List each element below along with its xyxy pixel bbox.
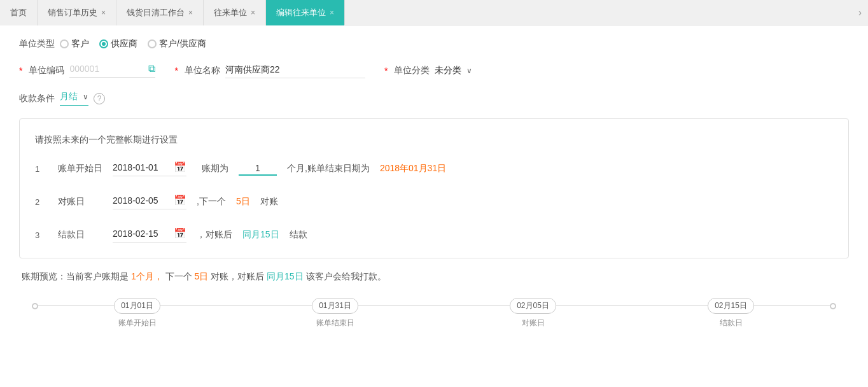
- node-bubble-1: 01月01日: [114, 298, 160, 314]
- step-label-2: 对账日: [58, 196, 102, 208]
- line: [754, 306, 830, 306]
- tl-segment-4: 02月15日 结款日: [632, 298, 830, 328]
- preview-payment-day: 同月15日: [267, 271, 304, 281]
- reconcile-prefix: ,下一个: [197, 196, 226, 208]
- setting-row-2: 2 对账日 📅 ,下一个 5日 对账: [35, 194, 833, 209]
- tab-home[interactable]: 首页: [0, 0, 38, 25]
- radio-group: 客户 供应商 客户/供应商: [60, 38, 206, 50]
- radio-supplier-circle: [99, 39, 108, 48]
- timeline-node-4: 02月15日: [708, 298, 754, 314]
- close-icon[interactable]: ×: [251, 8, 255, 17]
- calendar-icon-3[interactable]: 📅: [174, 227, 186, 239]
- preview-months: 1个月，: [131, 271, 163, 281]
- radio-customer[interactable]: 客户: [60, 38, 89, 50]
- tab-partner-label: 往来单位: [214, 7, 247, 18]
- tl-line-2: 01月31日: [236, 298, 434, 314]
- required-star: *: [19, 66, 22, 76]
- calendar-icon-2[interactable]: 📅: [174, 194, 186, 206]
- tab-home-label: 首页: [10, 7, 27, 18]
- dropdown-arrow-icon: ∨: [83, 92, 88, 101]
- unit-name-group: * 单位名称: [174, 62, 365, 78]
- period-input[interactable]: [239, 162, 277, 176]
- radio-both-label: 客户/供应商: [159, 38, 206, 50]
- payment-suffix: 结款: [290, 229, 307, 241]
- node-label-3: 对账日: [434, 318, 632, 328]
- payment-condition-label: 收款条件: [19, 93, 55, 104]
- required-star2: *: [174, 66, 178, 76]
- unit-category-dropdown[interactable]: 未分类 ∨: [435, 65, 472, 76]
- tab-sales-history-label: 销售订单历史: [48, 7, 97, 18]
- preview-mid2: 对账，对账后: [211, 271, 264, 281]
- line: [632, 306, 708, 306]
- reconcile-suffix: 对账: [260, 196, 278, 208]
- payment-prefix: ，对账后: [197, 229, 232, 241]
- tab-sales-history[interactable]: 销售订单历史 ×: [38, 0, 116, 25]
- tab-edit-partner[interactable]: 编辑往来单位 ×: [266, 0, 345, 25]
- tab-expand-icon[interactable]: ›: [852, 7, 868, 18]
- reconcile-date-group: 📅: [113, 194, 186, 209]
- tl-line-3: 02月05日: [434, 298, 632, 314]
- start-date-input[interactable]: [113, 162, 170, 172]
- unit-code-input[interactable]: [69, 64, 146, 74]
- dot-end: [830, 303, 836, 309]
- help-icon[interactable]: ?: [94, 93, 105, 104]
- unit-category-group: * 单位分类 未分类 ∨: [384, 65, 472, 76]
- required-star3: *: [384, 66, 388, 76]
- unit-type-label: 单位类型: [19, 38, 55, 50]
- unit-details-row: * 单位编码 ⧉ * 单位名称 * 单位分类 未分类 ∨: [19, 62, 849, 78]
- step-label-1: 账单开始日: [58, 163, 102, 174]
- line: [556, 306, 632, 306]
- payment-row: 收款条件 月结 ∨ ?: [19, 91, 849, 106]
- preview-mid1: 下一个: [165, 271, 192, 281]
- copy-icon[interactable]: ⧉: [148, 63, 155, 74]
- timeline-node-1: 01月01日: [114, 298, 160, 314]
- radio-supplier[interactable]: 供应商: [99, 38, 137, 50]
- close-icon[interactable]: ×: [101, 8, 106, 17]
- tl-segment-2: 01月31日 账单结束日: [236, 298, 434, 328]
- timeline-end-dot: [830, 303, 836, 309]
- tab-cash-work-label: 钱货日清工作台: [127, 7, 185, 18]
- payment-condition-dropdown[interactable]: 月结 ∨: [60, 91, 88, 106]
- tab-cash-work[interactable]: 钱货日清工作台 ×: [116, 0, 204, 25]
- unit-code-input-group: ⧉: [69, 63, 155, 78]
- payment-day-highlight: 同月15日: [242, 229, 279, 241]
- node-label-4: 结款日: [632, 318, 830, 328]
- panel-title: 请按照未来的一个完整帐期进行设置: [35, 134, 833, 146]
- calendar-icon-1[interactable]: 📅: [174, 161, 186, 173]
- radio-both[interactable]: 客户/供应商: [148, 38, 206, 50]
- unit-name-input[interactable]: [225, 62, 365, 78]
- line: [434, 306, 510, 306]
- timeline-node-2: 01月31日: [312, 298, 358, 314]
- close-icon[interactable]: ×: [188, 8, 193, 17]
- preview-day: 5日: [194, 271, 208, 281]
- unit-type-row: 单位类型 客户 供应商 客户/供应商: [19, 38, 849, 50]
- period-prefix: 账期为: [202, 163, 228, 174]
- node-label-1: 账单开始日: [38, 318, 236, 328]
- line: [38, 306, 114, 306]
- payment-date-input[interactable]: [113, 229, 170, 239]
- payment-date-group: 📅: [113, 227, 186, 243]
- node-bubble-2: 01月31日: [312, 298, 358, 314]
- settings-panel: 请按照未来的一个完整帐期进行设置 1 账单开始日 📅 账期为 个月,账单结束日期…: [19, 118, 849, 258]
- main-content: 单位类型 客户 供应商 客户/供应商 * 单位编码: [0, 25, 868, 387]
- tl-segment-3: 02月05日 对账日: [434, 298, 632, 328]
- line: [160, 306, 236, 306]
- unit-name-label: 单位名称: [185, 65, 220, 76]
- tl-line-4: 02月15日: [632, 298, 830, 314]
- setting-row-3: 3 结款日 📅 ，对账后 同月15日 结款: [35, 227, 833, 243]
- end-date-highlight: 2018年01月31日: [380, 163, 446, 174]
- preview-prefix: 账期预览：当前客户账期是: [22, 271, 129, 281]
- radio-customer-label: 客户: [71, 38, 89, 50]
- reconcile-date-input[interactable]: [113, 195, 170, 206]
- chevron-down-icon: ∨: [466, 66, 472, 75]
- radio-supplier-label: 供应商: [111, 38, 137, 50]
- timeline-container: 01月01日 账单开始日 01月31日 账单结束日: [19, 298, 849, 328]
- radio-both-circle: [148, 39, 157, 48]
- timeline-start-dot: [32, 303, 38, 309]
- tab-edit-partner-label: 编辑往来单位: [276, 7, 326, 18]
- unit-type-group: 单位类型 客户 供应商 客户/供应商: [19, 38, 206, 50]
- tab-partner[interactable]: 往来单位 ×: [204, 0, 266, 25]
- node-bubble-3: 02月05日: [510, 298, 556, 314]
- close-icon[interactable]: ×: [330, 8, 334, 17]
- step-num-2: 2: [35, 197, 48, 207]
